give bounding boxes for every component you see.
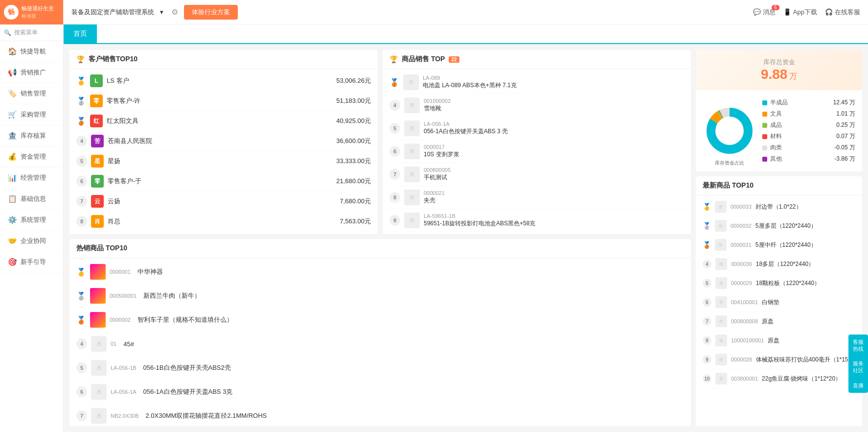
rank-avatar: 云 (91, 195, 104, 208)
online-service-area[interactable]: 🎧 在线客服 (825, 8, 860, 17)
nav-label: 经营管理 (21, 173, 46, 182)
product-code: LA-59651-1B (424, 213, 684, 219)
legend-item: 其他 -3.86 万 (762, 153, 855, 165)
product-name: 056-1A白色按键开关盖ABS 3 壳 (424, 127, 684, 136)
customer-rank-panel: 🏆 客户销售TOP10 🥇 L LS 客户 53,006.26元 🥈 零 零售客… (69, 50, 378, 234)
product-thumb: 图 (404, 167, 420, 182)
sidebar-nav-item[interactable]: 🏦库存核算 (0, 125, 63, 146)
app-edition: 标准版 (22, 13, 54, 20)
donut-chart: 库存资金占比 (703, 104, 756, 158)
rank-avatar: 苦 (91, 135, 104, 147)
app-name: 畅捷通好生意 (22, 5, 54, 12)
hot-prod-code: 0000001 (110, 269, 131, 275)
legend-name: 其他 (770, 155, 831, 163)
new-products-list: 🥇 图 0000033 封边带（1.0*22） 🥈 图 0000032 5厘多层… (696, 195, 862, 426)
customer-rank-list: 🥇 L LS 客户 53,006.26元 🥈 零 零售客户-许 51,183.0… (69, 69, 378, 234)
nav-icon: 🏷️ (8, 89, 17, 98)
legend-name: 肉类 (770, 144, 831, 152)
content-grid: 🏆 客户销售TOP10 🥇 L LS 客户 53,006.26元 🥈 零 零售客… (64, 44, 868, 432)
inventory-header: 库存总资金 9.88 万 (696, 50, 862, 90)
sidebar-nav-item[interactable]: 🏠快捷导航 (0, 41, 63, 62)
tab-home[interactable]: 首页 (64, 24, 97, 43)
new-prod-item: 9 图 0000028 体械荔枝味苏打饮品400毫升（1*15） (696, 350, 862, 369)
nav-label: 库存核算 (21, 131, 46, 140)
rank-value: 7,563.00元 (340, 217, 371, 226)
sidebar-nav-item[interactable]: 🏷️销售管理 (0, 83, 63, 104)
search-menu[interactable]: 🔍 搜索菜单 (0, 24, 63, 41)
nav-label: 企业协同 (21, 237, 46, 245)
rank-value: 40,925.00元 (336, 117, 371, 125)
legend-dot (762, 112, 767, 117)
rank-num: 5 (703, 279, 711, 288)
product-info: 001000002 雪地靴 (424, 98, 684, 113)
float-service-btn[interactable]: 直播 (848, 378, 868, 393)
rank-num: 5 (389, 123, 400, 134)
rank-avatar: 星 (91, 155, 104, 168)
product-thumb: 图 (715, 373, 727, 384)
sidebar-nav-item[interactable]: 📋基础信息 (0, 189, 63, 210)
sidebar-nav-item[interactable]: 💰资金管理 (0, 146, 63, 168)
hot-products-list: 🥇 0000001 中华神器 🥈 000500001 新西兰牛肉（新牛） 🥉 0… (69, 258, 691, 426)
sidebar-nav-item[interactable]: 🤝企业协同 (0, 231, 63, 252)
new-prod-item: 7 图 000800008 原盘 (696, 312, 862, 331)
product-name: 夹壳 (424, 196, 684, 205)
product-thumb: 图 (91, 408, 107, 424)
rank-num: 5 (76, 156, 87, 167)
product-info: 000800005 手机测试 (424, 167, 684, 182)
settings-icon[interactable]: ⚙ (171, 7, 178, 17)
prod-name: 原盘 (762, 317, 855, 326)
product-thumb: 图 (403, 74, 419, 90)
sidebar-nav-item[interactable]: ⚙️系统管理 (0, 210, 63, 231)
rank-item: 6 零 零售客户-于 21,680.00元 (69, 171, 378, 192)
new-products-header: 最新商品 TOP10 (696, 176, 862, 195)
legend-name: 半成品 (770, 98, 830, 107)
legend-value: -3.86 万 (834, 155, 855, 163)
new-products-title: 最新商品 TOP10 (703, 181, 754, 190)
rank-avatar: 红 (90, 115, 103, 127)
rank-avatar: 零 (91, 175, 104, 188)
legend-dot (762, 100, 767, 105)
sidebar-nav-item[interactable]: 🎯新手引导 (0, 252, 63, 273)
sidebar-nav-item[interactable]: 🛒采购管理 (0, 104, 63, 125)
product-info: 0000017 10S 变刹罗浆 (424, 144, 684, 159)
legend-item: 文具 1.01 万 (762, 108, 855, 120)
new-prod-item: 🥉 图 0000031 5厘中纤（1220*2440） (696, 236, 862, 255)
hot-prod-name: 智利车子里（规格不知道填什么） (137, 315, 233, 324)
rank-value: 33,333.00元 (336, 157, 371, 166)
hot-prod-name: 2.0X30MM双摆花轴摆花直径2.1MM/ROHS (145, 411, 267, 420)
message-icon-area[interactable]: 💬 消息 6 (753, 8, 776, 17)
product-code: LA-056-1A (424, 121, 684, 127)
sidebar-nav-item[interactable]: 📊经营管理 (0, 168, 63, 189)
rank-num: 4 (76, 136, 87, 146)
legend-value: 12.45 万 (833, 98, 855, 107)
product-code: 001000002 (424, 98, 684, 104)
float-service-btn[interactable]: 客服热线 (848, 335, 868, 357)
prod-name: 5厘多层（1220*2440） (755, 222, 855, 230)
legend-value: 0.07 万 (836, 132, 855, 141)
product-sales-item: 8 图 0000021 夹壳 (383, 186, 691, 209)
rank-avatar: L (90, 74, 103, 87)
trophy-icon-2: 🏆 (389, 55, 398, 63)
prod-code: 0000029 (731, 280, 752, 286)
prod-name: 22g鱼豆腐·烧烤味（1*12*20） (762, 375, 855, 383)
nav-icon: 🤝 (8, 237, 17, 245)
rank-name: LS 客户 (107, 76, 332, 85)
hot-prod-name: 新西兰牛肉（新牛） (143, 291, 201, 300)
logo-icon: 畅 (4, 5, 19, 20)
sidebar-nav-item[interactable]: 📢营销推广 (0, 62, 63, 83)
product-sales-header: 🏆 商品销售 TOP 22 (383, 50, 691, 69)
inventory-legend: 半成品 12.45 万 文具 1.01 万 成品 0.25 万 材料 0.07 … (762, 97, 855, 165)
product-sales-item: 7 图 000800005 手机测试 (383, 163, 691, 186)
rank-value: 53,006.26元 (336, 76, 371, 85)
rank-name: 星扬 (108, 157, 332, 166)
nav-icon: ⚙️ (8, 216, 17, 224)
trial-btn[interactable]: 体验行业方案 (184, 5, 238, 20)
product-thumb: 图 (715, 335, 727, 346)
nav-label: 采购管理 (21, 110, 46, 119)
legend-value: 1.01 万 (836, 110, 855, 118)
hot-products-header: 热销商品 TOP10 (69, 239, 691, 258)
product-thumb: 图 (91, 336, 107, 352)
app-download-area[interactable]: 📱 App下载 (783, 8, 817, 17)
nav-label: 营销推广 (21, 68, 46, 77)
float-service-btn[interactable]: 服务社区 (848, 356, 868, 378)
